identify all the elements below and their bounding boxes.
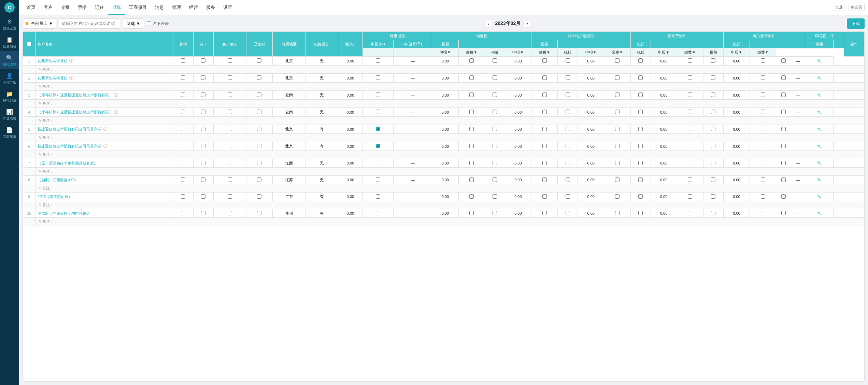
checkbox-cell[interactable]	[531, 57, 558, 66]
checkbox-cell[interactable]	[458, 91, 485, 100]
checkbox-cell[interactable]	[173, 91, 193, 100]
checkbox-cell[interactable]	[531, 108, 558, 117]
checkbox-cell[interactable]	[776, 57, 791, 66]
checkbox-cell[interactable]	[703, 91, 723, 100]
nav-billing[interactable]: 收费	[57, 0, 74, 15]
checkbox-cell[interactable]	[485, 91, 505, 100]
checkbox-cell[interactable]	[531, 91, 558, 100]
checkbox-cell[interactable]	[246, 57, 272, 66]
checkbox-cell[interactable]	[173, 74, 193, 83]
checkbox-cell[interactable]	[246, 142, 272, 151]
checkbox-cell[interactable]	[750, 142, 776, 151]
operation-cell[interactable]: ✎	[805, 142, 833, 151]
operation-cell[interactable]: ✎	[805, 57, 833, 66]
checkbox-cell[interactable]	[193, 91, 213, 100]
checkbox-cell[interactable]	[604, 125, 630, 134]
checkbox-cell[interactable]	[630, 125, 651, 134]
checkbox-cell[interactable]	[531, 142, 558, 151]
checkbox-cell[interactable]	[630, 57, 651, 66]
checkbox-cell[interactable]	[213, 192, 246, 201]
checkbox-cell[interactable]	[193, 176, 213, 184]
checkbox-cell[interactable]	[193, 142, 213, 151]
checkbox-cell[interactable]	[776, 176, 791, 184]
teal-checkbox-cell[interactable]	[363, 125, 394, 134]
edit-icon[interactable]: ✎	[817, 177, 821, 183]
checkbox-cell[interactable]	[531, 159, 558, 168]
checkbox-cell[interactable]	[213, 108, 246, 117]
fullscreen-button[interactable]: 全屏	[833, 4, 845, 11]
checkbox-cell[interactable]	[703, 209, 723, 218]
checkbox-cell[interactable]	[750, 159, 776, 168]
checkbox-cell[interactable]	[485, 57, 505, 66]
checkbox-cell[interactable]	[193, 159, 213, 168]
customer-name-link[interactable]: 勿删新锐网络通信	[38, 76, 68, 80]
checkbox-cell[interactable]	[173, 57, 193, 66]
checkbox-cell[interactable]	[363, 57, 394, 66]
checkbox-cell[interactable]	[604, 209, 630, 218]
checkbox-cell[interactable]	[677, 108, 703, 117]
filter-button[interactable]: 筛选 ▼	[123, 18, 144, 29]
checkbox-cell[interactable]	[750, 74, 776, 83]
checkbox-cell[interactable]	[173, 125, 193, 134]
checkbox-cell[interactable]	[558, 108, 578, 117]
sidebar-item-tax-browse[interactable]: 🔍 报税浏览	[0, 51, 19, 69]
checkbox-cell[interactable]	[630, 192, 651, 201]
checkbox-cell[interactable]	[246, 108, 272, 117]
checkbox-cell[interactable]	[558, 142, 578, 151]
checkbox-cell[interactable]	[485, 108, 505, 117]
operation-cell[interactable]: ✎	[805, 159, 833, 168]
edit-icon[interactable]: ✎	[817, 127, 821, 132]
checkbox-cell[interactable]	[677, 209, 703, 218]
checkbox-cell[interactable]	[558, 91, 578, 100]
checkbox-cell[interactable]	[750, 176, 776, 184]
checkbox-cell[interactable]	[677, 74, 703, 83]
checkbox-cell[interactable]	[458, 176, 485, 184]
checkbox-cell[interactable]	[776, 108, 791, 117]
customer-name-link[interactable]: 勿删新锐网络通信	[38, 59, 68, 63]
checkbox-cell[interactable]	[193, 125, 213, 134]
checkbox-cell[interactable]	[246, 159, 272, 168]
checkbox-cell[interactable]	[703, 108, 723, 117]
checkbox-cell[interactable]	[630, 176, 651, 184]
checkbox-cell[interactable]	[363, 192, 394, 201]
checkbox-cell[interactable]	[531, 192, 558, 201]
checkbox-cell[interactable]	[604, 159, 630, 168]
edit-icon[interactable]: ✎	[817, 110, 821, 115]
download-button[interactable]: 下载	[847, 18, 865, 29]
checkbox-cell[interactable]	[531, 176, 558, 184]
edit-icon[interactable]: ✎	[817, 160, 821, 166]
checkbox-cell[interactable]	[776, 159, 791, 168]
checkbox-cell[interactable]	[558, 74, 578, 83]
checkbox-cell[interactable]	[703, 142, 723, 151]
checkbox-cell[interactable]	[173, 159, 193, 168]
checkbox-cell[interactable]	[193, 57, 213, 66]
checkbox-cell[interactable]	[213, 91, 246, 100]
checkbox-cell[interactable]	[630, 91, 651, 100]
checkbox-cell[interactable]	[193, 209, 213, 218]
checkbox-cell[interactable]	[173, 142, 193, 151]
checkbox-cell[interactable]	[246, 176, 272, 184]
nav-tax[interactable]: 报税	[108, 0, 125, 15]
checkbox-cell[interactable]	[213, 57, 246, 66]
checkbox-cell[interactable]	[458, 209, 485, 218]
search-input[interactable]	[59, 18, 120, 29]
checkbox-cell[interactable]	[485, 142, 505, 151]
checkbox-cell[interactable]	[630, 142, 651, 151]
teal-checkbox-cell[interactable]	[363, 142, 394, 151]
checkbox-cell[interactable]	[558, 192, 578, 201]
nav-management[interactable]: 管理	[168, 0, 185, 15]
checkbox-cell[interactable]	[485, 159, 505, 168]
name-label-checkbox[interactable]: 名下账表	[147, 21, 169, 27]
operation-cell[interactable]: ✎	[805, 91, 833, 100]
checkbox-cell[interactable]	[213, 176, 246, 184]
select-all-checkbox[interactable]	[27, 42, 31, 46]
checkbox-cell[interactable]	[703, 125, 723, 134]
prev-date-button[interactable]: ‹	[484, 19, 493, 28]
customer-name-link[interactable]: 测试斯套的凭证打印的时候是否	[38, 211, 90, 215]
nav-customer[interactable]: 客户	[40, 0, 57, 15]
checkbox-cell[interactable]	[677, 91, 703, 100]
checkbox-cell[interactable]	[531, 209, 558, 218]
checkbox-cell[interactable]	[630, 209, 651, 218]
checkbox-cell[interactable]	[703, 159, 723, 168]
checkbox-cell[interactable]	[750, 108, 776, 117]
